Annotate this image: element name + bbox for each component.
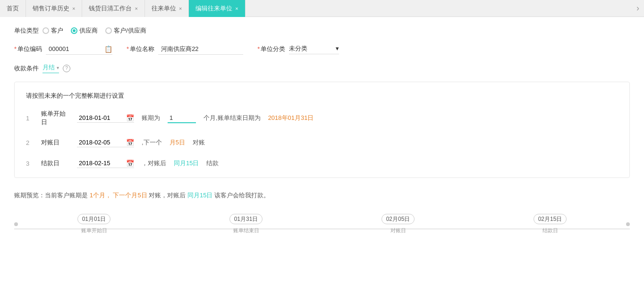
period-calendar-2[interactable]: 📅 bbox=[126, 139, 134, 146]
tab-partner-close[interactable]: × bbox=[179, 6, 182, 11]
unit-code-input-wrapper: 📋 bbox=[46, 43, 112, 55]
period-date-input-3[interactable] bbox=[77, 159, 124, 168]
period-num-1: 1 bbox=[26, 115, 34, 122]
tab-bar: 首页 销售订单历史 × 钱货日清工作台 × 往来单位 × 编辑往来单位 × › bbox=[0, 0, 644, 17]
payment-terms-row: 收款条件 月结 ▾ ? bbox=[14, 63, 630, 73]
tab-expand-button[interactable]: › bbox=[632, 3, 644, 13]
period-suffix-3a: ，对账后 bbox=[142, 159, 166, 168]
preview-part1: 1个月， bbox=[90, 192, 111, 199]
preview-mid: 对账，对账后 bbox=[149, 192, 186, 199]
radio-customer[interactable]: 客户 bbox=[42, 26, 63, 35]
period-label-2: 对账日 bbox=[41, 138, 69, 147]
timeline-date-1: 01月01日 bbox=[77, 214, 110, 224]
timeline-label-2: 账单结束日 bbox=[233, 227, 259, 234]
radio-customer-label: 客户 bbox=[51, 26, 63, 35]
period-highlight-2: 月5日 bbox=[169, 138, 185, 147]
preview-part3: 同月15日 bbox=[187, 192, 212, 199]
tab-edit-partner[interactable]: 编辑往来单位 × bbox=[189, 0, 245, 17]
unit-code-label: 单位编码 bbox=[14, 45, 42, 53]
timeline-label-1: 账单开始日 bbox=[81, 227, 107, 234]
radio-customer-circle bbox=[42, 27, 49, 34]
card-title: 请按照未来的一个完整帐期进行设置 bbox=[26, 92, 618, 100]
tab-home-label: 首页 bbox=[7, 4, 19, 13]
timeline-label-4: 结款日 bbox=[542, 227, 558, 234]
payment-terms-group: 收款条件 月结 ▾ ? bbox=[14, 63, 70, 73]
period-highlight-3: 同月15日 bbox=[174, 159, 199, 168]
tab-sales-history-close[interactable]: × bbox=[72, 6, 75, 11]
period-label-3: 结款日 bbox=[41, 159, 69, 168]
tab-cash-work-label: 钱货日清工作台 bbox=[89, 4, 132, 13]
help-icon[interactable]: ? bbox=[63, 65, 70, 72]
unit-code-group: 单位编码 📋 bbox=[14, 43, 112, 55]
payment-terms-arrow: ▾ bbox=[57, 65, 59, 70]
preview-text: 账期预览：当前客户账期是 1个月， 下一个月5日 对账，对账后 同月15日 该客… bbox=[14, 191, 630, 200]
preview-part2: 下一个月5日 bbox=[113, 192, 147, 199]
period-label-1: 账单开始日 bbox=[41, 110, 69, 127]
unit-name-group: 单位名称 bbox=[127, 43, 243, 55]
preview-section: 账期预览：当前客户账期是 1个月， 下一个月5日 对账，对账后 同月15日 该客… bbox=[14, 186, 630, 248]
period-months-input[interactable] bbox=[168, 113, 196, 123]
tab-edit-partner-label: 编辑往来单位 bbox=[195, 4, 232, 13]
period-date-3: 📅 bbox=[77, 159, 134, 168]
preview-end: 该客户会给我打款。 bbox=[214, 192, 270, 199]
unit-category-group: 单位分类 未分类 ▾ bbox=[257, 44, 339, 54]
period-date-2: 📅 bbox=[77, 138, 134, 147]
unit-code-input[interactable] bbox=[46, 43, 102, 54]
period-row-2: 2 对账日 📅 ,下一个 月5日 对账 bbox=[26, 138, 618, 147]
unit-category-select[interactable]: 未分类 ▾ bbox=[289, 44, 339, 54]
tab-partner[interactable]: 往来单位 × bbox=[145, 0, 189, 17]
unit-info-row: 单位编码 📋 单位名称 单位分类 未分类 ▾ bbox=[14, 43, 630, 55]
unit-name-input[interactable] bbox=[158, 43, 243, 54]
unit-code-icon[interactable]: 📋 bbox=[104, 45, 112, 53]
period-months-unit: 个月,账单结束日期为 bbox=[203, 114, 261, 122]
payment-terms-dropdown[interactable]: 月结 ▾ bbox=[42, 63, 59, 73]
period-suffix-3b: 结款 bbox=[206, 159, 219, 168]
period-suffix-1: 账期为 bbox=[142, 114, 160, 122]
radio-supplier[interactable]: 供应商 bbox=[71, 26, 98, 35]
tab-cash-work[interactable]: 钱货日清工作台 × bbox=[82, 0, 144, 17]
period-num-2: 2 bbox=[26, 139, 34, 146]
period-suffix-2a: ,下一个 bbox=[142, 138, 162, 147]
tab-cash-work-close[interactable]: × bbox=[135, 6, 137, 11]
timeline: 01月01日 账单开始日 01月31日 账单结束日 02月05日 对账日 bbox=[14, 209, 630, 248]
timeline-node-3: 02月05日 对账日 bbox=[381, 214, 415, 234]
timeline-node-1: 01月01日 账单开始日 bbox=[77, 214, 110, 234]
radio-both-circle bbox=[105, 27, 112, 34]
tab-sales-history[interactable]: 销售订单历史 × bbox=[26, 0, 82, 17]
unit-name-label: 单位名称 bbox=[127, 45, 154, 53]
period-date-1: 📅 bbox=[77, 113, 134, 123]
tab-edit-partner-close[interactable]: × bbox=[235, 6, 238, 11]
tab-home[interactable]: 首页 bbox=[0, 0, 26, 17]
radio-group: 客户 供应商 客户/供应商 bbox=[42, 26, 146, 35]
unit-category-arrow: ▾ bbox=[336, 45, 339, 52]
radio-supplier-circle bbox=[71, 27, 77, 34]
period-date-input-1[interactable] bbox=[77, 113, 124, 122]
radio-both-label: 客户/供应商 bbox=[114, 26, 146, 35]
unit-type-label: 单位类型 bbox=[14, 26, 39, 35]
period-row-1: 1 账单开始日 📅 账期为 个月,账单结束日期为 2018年01月31日 bbox=[26, 110, 618, 127]
payment-terms-value: 月结 bbox=[42, 63, 55, 72]
timeline-node-4: 02月15日 结款日 bbox=[534, 214, 567, 234]
main-content: 单位类型 客户 供应商 客户/供应商 单位编码 bbox=[0, 17, 644, 287]
unit-type-row: 单位类型 客户 供应商 客户/供应商 bbox=[14, 26, 630, 35]
timeline-nodes: 01月01日 账单开始日 01月31日 账单结束日 02月05日 对账日 bbox=[18, 214, 626, 234]
timeline-dot-start bbox=[14, 222, 18, 226]
unit-category-value: 未分类 bbox=[289, 44, 307, 53]
tab-sales-history-label: 销售订单历史 bbox=[33, 4, 69, 13]
period-calendar-3[interactable]: 📅 bbox=[126, 160, 134, 167]
tab-partner-label: 往来单位 bbox=[152, 4, 176, 13]
period-calendar-1[interactable]: 📅 bbox=[126, 114, 134, 122]
period-date-input-2[interactable] bbox=[77, 138, 124, 147]
payment-terms-label: 收款条件 bbox=[14, 64, 39, 73]
timeline-node-2: 01月31日 账单结束日 bbox=[229, 214, 263, 234]
period-num-3: 3 bbox=[26, 160, 34, 167]
radio-supplier-label: 供应商 bbox=[79, 26, 98, 35]
radio-both[interactable]: 客户/供应商 bbox=[105, 26, 146, 35]
timeline-label-3: 对账日 bbox=[390, 227, 406, 234]
unit-category-label: 单位分类 bbox=[257, 45, 285, 53]
timeline-dot-end bbox=[626, 222, 630, 226]
unit-type-group: 单位类型 客户 供应商 客户/供应商 bbox=[14, 26, 146, 35]
period-suffix-2b: 对账 bbox=[193, 138, 205, 147]
period-card: 请按照未来的一个完整帐期进行设置 1 账单开始日 📅 账期为 个月,账单结束日期… bbox=[14, 82, 630, 178]
timeline-date-4: 02月15日 bbox=[534, 214, 567, 224]
